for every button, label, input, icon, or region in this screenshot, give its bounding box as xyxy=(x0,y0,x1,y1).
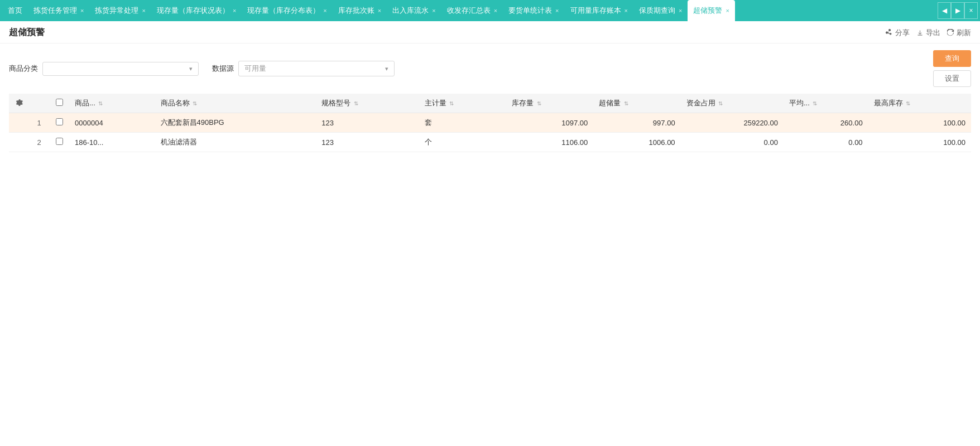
row-checkbox[interactable] xyxy=(56,138,63,145)
select-all-checkbox[interactable] xyxy=(56,99,63,106)
row-overstock: 997.00 xyxy=(593,113,680,133)
row-unit: 套 xyxy=(419,113,506,133)
category-select[interactable]: ▾ xyxy=(42,62,199,76)
filter-actions: 查询 设置 xyxy=(933,50,971,87)
nav-task-mgmt[interactable]: 拣货任务管理 × xyxy=(28,0,89,21)
sort-maxstock-icon: ⇅ xyxy=(906,100,910,106)
page-header: 超储预警 分享 导出 刷新 xyxy=(0,21,980,43)
row-num: 1 xyxy=(29,113,49,133)
th-maxstock[interactable]: 最高库存 ⇅ xyxy=(868,94,971,113)
sort-capital-icon: ⇅ xyxy=(718,100,723,106)
row-spec: 123 xyxy=(316,133,419,152)
row-spec: 123 xyxy=(316,113,419,133)
nav-home[interactable]: 首页 xyxy=(2,0,28,21)
nav-batch[interactable]: 库存批次账 × xyxy=(333,0,387,21)
table-body: 1 0000004 六配套新昌490BPG 123 套 1097.00 997.… xyxy=(9,113,971,152)
header-actions: 分享 导出 刷新 xyxy=(886,28,971,38)
category-chevron-icon: ▾ xyxy=(189,65,193,72)
table-row: 2 186-10... 机油滤清器 123 个 1106.00 1006.00 … xyxy=(9,133,971,152)
row-num: 2 xyxy=(29,133,49,152)
nav-req-stats[interactable]: 要货单统计表 × xyxy=(503,0,564,21)
datasource-value: 可用量 xyxy=(244,64,266,74)
sort-avg-icon: ⇅ xyxy=(813,100,817,106)
nav-avail-stock-close[interactable]: × xyxy=(624,7,628,14)
nav-summary[interactable]: 收发存汇总表 × xyxy=(441,0,503,21)
refresh-button[interactable]: 刷新 xyxy=(947,28,971,38)
nav-arrow-close[interactable]: × xyxy=(964,2,978,19)
nav-arrow-left[interactable]: ◀ xyxy=(938,2,951,19)
th-spec[interactable]: 规格型号 ⇅ xyxy=(316,94,419,113)
row-stock: 1097.00 xyxy=(506,113,593,133)
row-checkbox[interactable] xyxy=(56,118,63,125)
sort-spec-icon: ⇅ xyxy=(354,100,358,106)
row-code: 186-10... xyxy=(69,133,155,152)
query-button[interactable]: 查询 xyxy=(933,50,971,67)
row-checkbox-cell[interactable] xyxy=(49,133,69,152)
datasource-label: 数据源 xyxy=(212,64,234,74)
nav-abnormal-close[interactable]: × xyxy=(142,7,145,14)
datasource-select[interactable]: 可用量 ▾ xyxy=(238,61,395,76)
row-code: 0000004 xyxy=(69,113,155,133)
row-checkbox-cell[interactable] xyxy=(49,113,69,133)
row-avg: 260.00 xyxy=(784,113,868,133)
sort-unit-icon: ⇅ xyxy=(449,100,454,106)
filter-bar: 商品分类 ▾ 数据源 可用量 ▾ 查询 设置 xyxy=(0,43,980,94)
category-label: 商品分类 xyxy=(9,64,38,74)
th-stock[interactable]: 库存量 ⇅ xyxy=(506,94,593,113)
share-button[interactable]: 分享 xyxy=(886,28,910,38)
nav-flow-close[interactable]: × xyxy=(432,7,435,14)
nav-arrow-right[interactable]: ▶ xyxy=(951,2,964,19)
row-expand[interactable] xyxy=(9,133,29,152)
category-value xyxy=(49,65,51,73)
nav-stock-status-close[interactable]: × xyxy=(233,7,236,14)
row-maxstock: 100.00 xyxy=(868,133,971,152)
category-filter-group: 商品分类 ▾ xyxy=(9,62,199,76)
row-name: 机油滤清器 xyxy=(155,133,316,152)
nav-flow[interactable]: 出入库流水 × xyxy=(387,0,441,21)
page-title: 超储预警 xyxy=(9,27,45,38)
nav-avail-stock[interactable]: 可用量库存账本 × xyxy=(565,0,633,21)
sort-stock-icon: ⇅ xyxy=(537,100,541,106)
row-maxstock: 100.00 xyxy=(868,113,971,133)
nav-abnormal[interactable]: 拣货异常处理 × xyxy=(89,0,151,21)
sort-code-icon: ⇅ xyxy=(98,100,103,106)
nav-overstock[interactable]: 超储预警 × xyxy=(688,0,734,21)
row-overstock: 1006.00 xyxy=(593,133,680,152)
data-table: 商品... ⇅ 商品名称 ⇅ 规格型号 ⇅ 主计量 ⇅ 库存量 ⇅ xyxy=(9,94,971,152)
top-nav: 首页 拣货任务管理 × 拣货异常处理 × 现存量（库存状况表） × 现存量（库存… xyxy=(0,0,980,21)
settings-button[interactable]: 设置 xyxy=(933,70,971,87)
th-checkbox[interactable] xyxy=(49,94,69,113)
th-gear[interactable] xyxy=(9,94,29,113)
datasource-chevron-icon: ▾ xyxy=(385,65,388,72)
nav-shelf-life-close[interactable]: × xyxy=(679,7,682,14)
export-icon xyxy=(916,29,924,36)
row-avg: 0.00 xyxy=(784,133,868,152)
th-code[interactable]: 商品... ⇅ xyxy=(69,94,155,113)
nav-req-stats-close[interactable]: × xyxy=(555,7,559,14)
th-unit[interactable]: 主计量 ⇅ xyxy=(419,94,506,113)
row-capital: 259220.00 xyxy=(681,113,784,133)
row-expand[interactable] xyxy=(9,113,29,133)
th-capital[interactable]: 资金占用 ⇅ xyxy=(681,94,784,113)
th-avg[interactable]: 平均... ⇅ xyxy=(784,94,868,113)
share-icon xyxy=(886,29,893,36)
nav-stock-dist[interactable]: 现存量（库存分布表） × xyxy=(242,0,332,21)
nav-shelf-life[interactable]: 保质期查询 × xyxy=(633,0,688,21)
nav-batch-close[interactable]: × xyxy=(378,7,381,14)
row-unit: 个 xyxy=(419,133,506,152)
th-overstock[interactable]: 超储量 ⇅ xyxy=(593,94,680,113)
table-header-row: 商品... ⇅ 商品名称 ⇅ 规格型号 ⇅ 主计量 ⇅ 库存量 ⇅ xyxy=(9,94,971,113)
sort-name-icon: ⇅ xyxy=(193,100,197,106)
table-row: 1 0000004 六配套新昌490BPG 123 套 1097.00 997.… xyxy=(9,113,971,133)
th-rownum xyxy=(29,94,49,113)
th-name[interactable]: 商品名称 ⇅ xyxy=(155,94,316,113)
sort-overstock-icon: ⇅ xyxy=(624,100,628,106)
nav-task-mgmt-close[interactable]: × xyxy=(80,7,84,14)
nav-stock-dist-close[interactable]: × xyxy=(323,7,326,14)
nav-stock-status[interactable]: 现存量（库存状况表） × xyxy=(151,0,242,21)
export-button[interactable]: 导出 xyxy=(916,28,940,38)
table-container: 商品... ⇅ 商品名称 ⇅ 规格型号 ⇅ 主计量 ⇅ 库存量 ⇅ xyxy=(0,94,980,152)
gear-icon xyxy=(15,99,23,106)
nav-overstock-close[interactable]: × xyxy=(726,7,729,14)
nav-summary-close[interactable]: × xyxy=(494,7,497,14)
